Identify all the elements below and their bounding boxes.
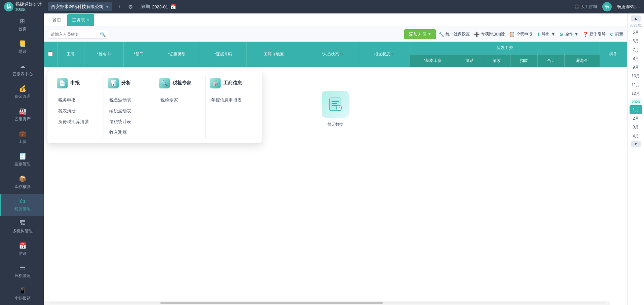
sidebar-label-payroll: 工资 (18, 139, 27, 145)
dropdown-item-income-tax[interactable]: 所得税汇算清缴 (57, 116, 100, 127)
sidebar-item-invoice[interactable]: 🧾 发票管理 (0, 149, 44, 171)
timeline-month-4-2024[interactable]: 4月 (630, 131, 642, 140)
sidebar-item-archive[interactable]: 🗃 归档管理 (0, 261, 44, 283)
dropdown-item-annual-report[interactable]: 年报信息申报表 (210, 95, 253, 106)
headset-icon: 🎧 (574, 4, 579, 9)
refresh-label: 刷新 (615, 31, 623, 37)
refresh-btn[interactable]: ↻ 刷新 (610, 31, 623, 37)
period-label-text: 账期 (141, 4, 150, 10)
timeline-nav-down[interactable]: ▼ (631, 141, 641, 147)
sidebar-item-inventory[interactable]: 📦 库存核算 (0, 171, 44, 194)
analysis-icon: 📊 (108, 78, 119, 88)
sidebar-item-cloud[interactable]: ☁ 云报表中心 (0, 59, 44, 81)
expert-header: 🔍 税检专家 (159, 76, 202, 92)
tab-home-label: 首页 (52, 17, 61, 23)
sidebar-item-tax[interactable]: 🗂 税务管理 (0, 194, 44, 216)
dropdown-item-tax-fluctuation[interactable]: 纳税波动表 (108, 106, 151, 116)
dropdown-item-expert[interactable]: 税检专家 (159, 95, 202, 106)
analysis-header: 📊 分析 (108, 76, 151, 92)
sidebar-item-period-close[interactable]: 📅 结账 (0, 238, 44, 261)
header-department: *部门 (123, 42, 154, 67)
sidebar-item-mini[interactable]: 📱 小畅报销 (0, 283, 44, 305)
sidebar: ⊞ 首页 📒 总账 ☁ 云报表中心 💰 资金管理 🏭 固定资产 💼 工资 🧾 发… (0, 13, 44, 305)
dropdown-item-tax-declare[interactable]: 税务申报 (57, 95, 100, 106)
sidebar-label-inventory: 库存核算 (14, 184, 31, 190)
multi-icon: 🏗 (20, 220, 26, 227)
export-btn[interactable]: ⬇ 导出 ▼ (536, 31, 555, 37)
sidebar-item-ledger[interactable]: 📒 总账 (0, 36, 44, 59)
tab-payroll[interactable]: 工资表 × (67, 14, 94, 26)
company-selector[interactable]: 西安虾米网络科技有限公司 ▼ (48, 2, 112, 11)
export-dropdown-arrow: ▼ (551, 32, 555, 37)
dropdown-item-tax-table[interactable]: 税表清册 (57, 106, 100, 116)
asset-icon: 🏭 (19, 108, 26, 115)
sidebar-item-home[interactable]: ⊞ 首页 (0, 13, 44, 36)
sidebar-item-payroll[interactable]: 💼 工资 (0, 126, 44, 149)
timeline-month-10[interactable]: 10月 (630, 72, 642, 80)
export-label: 导出 (542, 31, 550, 37)
search-input[interactable] (51, 32, 98, 37)
timeline-month-6[interactable]: 6月 (630, 37, 642, 45)
tab-home[interactable]: 首页 (48, 14, 66, 26)
header-checkbox-cell (44, 42, 57, 67)
toolbar: 🔍 添加人员 ▼ 🔧 统一社保设置 ➕ 专项附加扣除 📋 个税申报 (44, 27, 627, 42)
guide-btn[interactable]: ❓ 新手引导 (582, 31, 606, 37)
add-company-btn[interactable]: ＋ (116, 3, 124, 11)
top-bar-right: 🎧 人工咨询 畅 畅捷通B组… (574, 2, 640, 11)
dropdown-section-analysis: 📊 分析 税负波动表 纳税波动表 纳税统计表 收入测算 (104, 76, 155, 138)
timeline-month-12[interactable]: 12月 (630, 89, 642, 98)
empty-svg: ? (327, 96, 344, 113)
timeline-month-5[interactable]: 5月 (630, 28, 642, 37)
archive-icon: 🗃 (20, 265, 26, 272)
timeline-month-3-2024[interactable]: 3月 (630, 123, 642, 131)
toolbar-actions: 🔧 统一社保设置 ➕ 专项附加扣除 📋 个税申报 ⬇ 导出 ▼ ⚙ (439, 31, 623, 37)
bizinfo-title: 工商信息 (223, 80, 242, 86)
timeline-month-1-2024[interactable]: 1月 (630, 105, 642, 114)
timeline-month-7[interactable]: 7月 (630, 45, 642, 54)
declare-title: 申报 (70, 80, 80, 86)
personal-tax-btn[interactable]: 📋 个税申报 (509, 31, 532, 37)
special-deduction-icon: ➕ (474, 32, 480, 37)
special-deduction-btn[interactable]: ➕ 专项附加扣除 (474, 31, 505, 37)
social-security-icon: 🔧 (439, 32, 444, 37)
header-salary-group: 应发工资 (410, 42, 600, 54)
timeline-month-2-2024[interactable]: 2月 (630, 114, 642, 123)
sidebar-label-multi: 多机构管理 (12, 228, 33, 234)
timeline-month-11[interactable]: 11月 (630, 80, 642, 89)
add-person-button[interactable]: 添加人员 ▼ (404, 29, 436, 39)
user-avatar[interactable]: 畅 (602, 2, 612, 11)
tab-close-btn[interactable]: × (87, 18, 89, 23)
content-area: 首页 工资表 × 🔍 添加人员 ▼ 🔧 统一社保设置 (44, 13, 627, 305)
sidebar-item-multi[interactable]: 🏗 多机构管理 (0, 216, 44, 238)
operate-btn[interactable]: ⚙ 操作 ▼ (559, 31, 578, 37)
horizontal-scrollbar[interactable] (44, 301, 610, 305)
select-all-checkbox[interactable] (48, 51, 53, 56)
refresh-icon: ↻ (610, 32, 614, 37)
company-dropdown-arrow: ▼ (106, 5, 109, 9)
support-button[interactable]: 🎧 人工咨询 (574, 4, 597, 10)
timeline-month-9[interactable]: 9月 (630, 63, 642, 72)
analysis-title: 分析 (121, 80, 131, 86)
inventory-icon: 📦 (19, 175, 26, 183)
mini-icon: 📱 (19, 287, 26, 294)
calendar-icon[interactable]: 📅 (170, 4, 176, 9)
fund-icon: 💰 (19, 85, 26, 92)
sidebar-item-asset[interactable]: 🏭 固定资产 (0, 104, 44, 126)
social-security-btn[interactable]: 🔧 统一社保设置 (439, 31, 470, 37)
operate-icon: ⚙ (559, 32, 564, 37)
svg-rect-1 (332, 101, 339, 102)
sidebar-label-cloud: 云报表中心 (12, 71, 33, 77)
period-section: 账期 2023-01 📅 (141, 4, 176, 10)
settings-btn[interactable]: ⚙ (126, 3, 135, 11)
dropdown-item-income-estimate[interactable]: 收入测算 (108, 127, 151, 138)
sidebar-label-mini: 小畅报销 (14, 296, 31, 301)
cloud-icon: ☁ (20, 63, 26, 70)
timeline-month-8[interactable]: 8月 (630, 54, 642, 63)
scroll-track (49, 302, 605, 304)
timeline-nav-up[interactable]: ▲ (631, 15, 641, 22)
dropdown-item-tax-burden[interactable]: 税负波动表 (108, 95, 151, 106)
search-box[interactable]: 🔍 (48, 30, 108, 39)
guide-label: 新手引导 (590, 31, 606, 37)
sidebar-item-fund[interactable]: 💰 资金管理 (0, 81, 44, 104)
dropdown-item-tax-stats[interactable]: 纳税统计表 (108, 116, 151, 127)
